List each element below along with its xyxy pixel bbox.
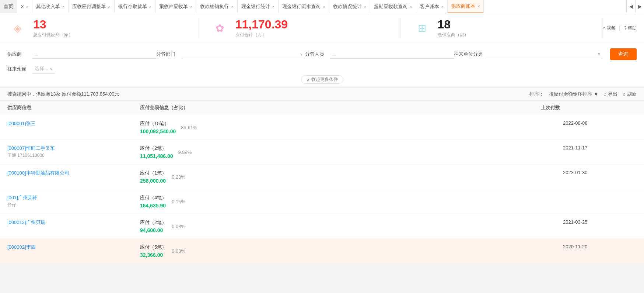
nav-tab-cash-bank-flow[interactable]: 现金银行流水查询× bbox=[279, 0, 329, 13]
nav-tab-advance-collection[interactable]: 预收冲应收单× bbox=[155, 0, 196, 13]
tx-label: 应付（2笔）11,051,486.00 bbox=[140, 145, 173, 159]
table-header: 供应商信息 应付交易信息（占比） 上次付数 bbox=[0, 101, 644, 115]
video-link[interactable]: ○ 视频 bbox=[603, 25, 616, 31]
close-tab-icon-supplier-account[interactable]: × bbox=[477, 4, 480, 8]
tx-amount[interactable]: 11,051,486.00 bbox=[140, 153, 173, 159]
last-pay-date: 2020-11-20 bbox=[563, 244, 588, 249]
supplier-link[interactable]: [000012]广州贝瑞 bbox=[7, 219, 140, 226]
sort-label: 排序： bbox=[529, 91, 544, 97]
table-row[interactable]: [000012]广州贝瑞应付（2笔）94,600.000.08%2021-03-… bbox=[0, 214, 644, 239]
nav-tab-bank-deposit[interactable]: 银行存取款单× bbox=[115, 0, 155, 13]
last-pay-date: 2023-01-30 bbox=[563, 170, 588, 175]
close-tab-icon-advance-collection[interactable]: × bbox=[190, 4, 192, 9]
summary-card-ap-total: ✿ 11,170.39 应付合计（万） bbox=[199, 18, 401, 38]
close-tab-icon-other-income[interactable]: × bbox=[62, 4, 64, 9]
close-tab-icon-overdue-ap[interactable]: × bbox=[410, 4, 412, 9]
sort-select[interactable]: 按应付余额倒序排序 ▼ bbox=[549, 91, 598, 97]
table-row[interactable]: [000001]张三应付（15笔）100,092,540.0089.61%202… bbox=[0, 115, 644, 140]
sort-chevron-icon: ▼ bbox=[594, 92, 598, 97]
supplier-link[interactable]: [001]广州荣轩 bbox=[7, 194, 140, 201]
tx-desc: 应付（4笔） bbox=[140, 195, 167, 200]
person-filter-input[interactable] bbox=[330, 50, 454, 59]
dept-filter-select[interactable]: ∨ bbox=[181, 50, 305, 58]
suppliers-payable-label: 总应付供应商（家） bbox=[33, 32, 73, 38]
close-tab-icon-ap-adjust[interactable]: × bbox=[108, 4, 110, 9]
tx-amount[interactable]: 32,366.00 bbox=[140, 252, 167, 258]
header-lastpay: 上次付数 bbox=[541, 104, 615, 111]
tx-percent: 0.15% bbox=[172, 199, 185, 204]
nav-tab-supplier-account[interactable]: 供应商账本× bbox=[448, 0, 484, 13]
balance-filter-select[interactable]: 选择... ∨ bbox=[32, 64, 55, 74]
close-tab-icon-bank-deposit[interactable]: × bbox=[149, 4, 151, 9]
table-row[interactable]: [000100]本特勤油品有限公司应付（1笔）258,000.000.23%20… bbox=[0, 165, 644, 189]
suppliers-payable-icon: ◈ bbox=[7, 18, 28, 38]
tx-amount[interactable]: 100,092,540.00 bbox=[140, 128, 176, 134]
export-icon: ○ bbox=[603, 92, 606, 97]
close-tab-icon-payment-verify[interactable]: × bbox=[231, 4, 233, 9]
refresh-label: 刷新 bbox=[627, 91, 637, 97]
filter-dept: 分管部门 ∨ bbox=[156, 50, 305, 58]
tx-amount[interactable]: 94,600.00 bbox=[140, 227, 167, 233]
total-suppliers-label: 总供应商（家） bbox=[438, 32, 469, 38]
close-tab-icon-cash-bank-stat[interactable]: × bbox=[272, 4, 274, 9]
results-bar: 搜索结果中，供应商13家 应付金额111,703,854.00元 排序： 按应付… bbox=[0, 88, 644, 101]
close-tab-icon-collection-stat[interactable]: × bbox=[364, 4, 366, 9]
filter-bar: 供应商 分管部门 ∨ 分管人员 往来单位分类 ∨ 查询 往来余额 选择 bbox=[0, 43, 644, 88]
collapse-button[interactable]: ∧ 收起更多条件 bbox=[301, 75, 343, 84]
category-filter-label: 往来单位分类 bbox=[454, 51, 483, 58]
tx-label: 应付（1笔）258,000.00 bbox=[140, 170, 167, 184]
category-filter-select[interactable]: ∨ bbox=[486, 50, 603, 58]
tx-desc: 应付（5笔） bbox=[140, 244, 167, 250]
help-icon: ? bbox=[624, 25, 627, 31]
nav-tab-overdue-ap[interactable]: 超期应收款查询× bbox=[370, 0, 416, 13]
balance-filter-label: 往来余额 bbox=[7, 66, 29, 72]
nav-tab-home[interactable]: 首页 bbox=[0, 0, 17, 13]
nav-tab-ap-adjust[interactable]: 应收应付调整单× bbox=[69, 0, 114, 13]
refresh-button[interactable]: ○ 刷新 bbox=[623, 91, 637, 97]
supplier-filter-input[interactable] bbox=[32, 50, 156, 59]
dept-filter-label: 分管部门 bbox=[156, 51, 178, 58]
balance-filter-value: 选择... bbox=[35, 65, 48, 72]
nav-tab-collection-stat[interactable]: 收款情况统计× bbox=[329, 0, 370, 13]
nav-next-arrow[interactable]: ▶ bbox=[635, 0, 644, 13]
tx-desc: 应付（2笔） bbox=[140, 220, 167, 225]
last-pay-date: 2021-03-25 bbox=[563, 219, 588, 225]
query-button[interactable]: 查询 bbox=[610, 48, 637, 60]
tx-percent: 9.89% bbox=[178, 149, 192, 155]
supplier-link[interactable]: [000001]张三 bbox=[7, 120, 140, 127]
supplier-sub-info: 王通 17106110000 bbox=[7, 152, 140, 159]
top-right-links: ○ 视频 | ? 帮助 bbox=[603, 25, 637, 31]
nav-tab-tab3[interactable]: 3× bbox=[17, 0, 32, 13]
help-link[interactable]: ? 帮助 bbox=[624, 25, 637, 31]
nav-tab-payment-verify[interactable]: 收款核销执行× bbox=[196, 0, 237, 13]
table-row[interactable]: [000007]恒旺二手叉车王通 17106110000应付（2笔）11,051… bbox=[0, 140, 644, 165]
nav-tab-cash-bank-stat[interactable]: 现金银行统计× bbox=[238, 0, 279, 13]
supplier-filter-label: 供应商 bbox=[7, 51, 29, 58]
tx-desc: 应付（2笔） bbox=[140, 145, 167, 151]
close-tab-icon-customer-account[interactable]: × bbox=[441, 4, 444, 9]
filter-balance: 往来余额 选择... ∨ bbox=[7, 64, 55, 74]
nav-tab-customer-account[interactable]: 客户账本× bbox=[416, 0, 448, 13]
nav-tab-other-income[interactable]: 其他收入单× bbox=[32, 0, 69, 13]
table-row[interactable]: [001]广州荣轩仔仔应付（4笔）164,635.900.15% bbox=[0, 189, 644, 214]
nav-prev-arrow[interactable]: ◀ bbox=[626, 0, 635, 13]
total-suppliers-icon: ⊞ bbox=[412, 18, 433, 38]
tx-percent: 0.03% bbox=[172, 248, 185, 254]
table-row[interactable]: [000002]李四应付（5笔）32,366.000.03%2020-11-20 bbox=[0, 239, 644, 263]
suppliers-payable-count: 13 bbox=[33, 18, 73, 30]
tx-amount[interactable]: 258,000.00 bbox=[140, 178, 167, 184]
ap-total-icon: ✿ bbox=[210, 18, 230, 38]
tx-desc: 应付（15笔） bbox=[140, 121, 169, 126]
supplier-link[interactable]: [000002]李四 bbox=[7, 244, 140, 251]
supplier-sub-info: 仔仔 bbox=[7, 202, 140, 208]
close-tab-icon-tab3[interactable]: × bbox=[26, 4, 28, 9]
close-tab-icon-cash-bank-flow[interactable]: × bbox=[323, 4, 325, 9]
tx-amount[interactable]: 164,635.90 bbox=[140, 203, 167, 208]
supplier-link[interactable]: [000007]恒旺二手叉车 bbox=[7, 145, 140, 152]
dept-chevron-icon: ∨ bbox=[300, 52, 303, 56]
summary-card-suppliers-payable: ◈ 13 总应付供应商（家） bbox=[7, 18, 199, 38]
filter-row-2: 往来余额 选择... ∨ bbox=[7, 64, 637, 74]
tx-label: 应付（15笔）100,092,540.00 bbox=[140, 120, 176, 134]
supplier-link[interactable]: [000100]本特勤油品有限公司 bbox=[7, 170, 140, 176]
export-button[interactable]: ○ 导出 bbox=[603, 91, 617, 97]
